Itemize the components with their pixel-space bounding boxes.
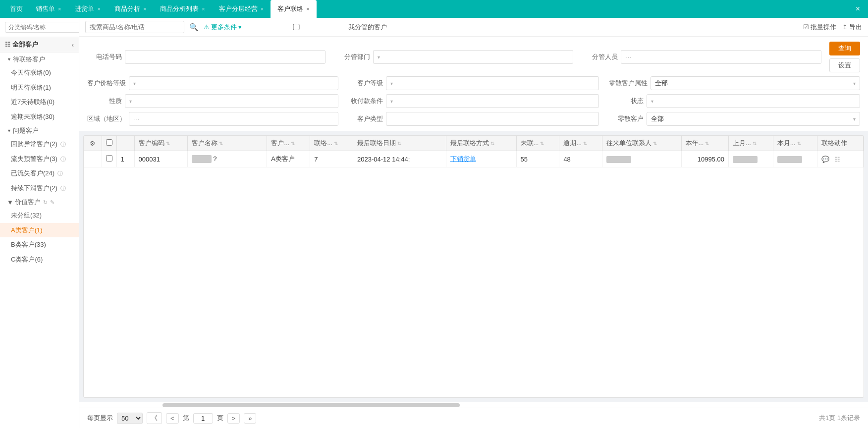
col-gear: ⚙ <box>84 136 102 151</box>
sort-this-month-icon[interactable]: ⇅ <box>797 141 801 146</box>
row-last-way[interactable]: 下销货单 <box>446 151 516 167</box>
query-button[interactable]: 查询 <box>829 42 860 55</box>
close-purchase-tab[interactable]: × <box>97 6 100 12</box>
prev-page-btn[interactable]: < <box>166 413 179 424</box>
tab-home[interactable]: 首页 <box>4 0 29 18</box>
search-input[interactable] <box>85 21 184 33</box>
phone-input[interactable] <box>125 50 326 64</box>
row-last-month <box>729 151 773 167</box>
manager-input[interactable]: ··· <box>621 50 821 64</box>
sidebar-all-customers[interactable]: ☷ 全部客户 ‹ <box>0 37 79 53</box>
tab-product[interactable]: 商品分析 × <box>108 0 153 18</box>
sidebar-item-repeat[interactable]: 持续下滑客户(2) ⓘ <box>0 181 79 196</box>
last-page-btn[interactable]: » <box>244 413 256 424</box>
settings-button[interactable]: 设置 <box>829 58 860 72</box>
sort-last-month-icon[interactable]: ⇅ <box>753 141 757 146</box>
sidebar-item-repurchase[interactable]: 回购异常客户(2) ⓘ <box>0 137 79 152</box>
manager-field: 分管人员 ··· <box>583 50 821 64</box>
more-filters-btn[interactable]: ⚠ 更多条件 ▾ <box>204 23 242 32</box>
sidebar-item-lostpre[interactable]: 流失预警客户(3) ⓘ <box>0 152 79 166</box>
sidebar-item-today[interactable]: 今天待联络(0) <box>0 65 79 80</box>
sidebar-group-problem[interactable]: ▼ 问题客户 <box>0 124 79 137</box>
close-customer-seg-tab[interactable]: × <box>261 6 264 12</box>
top-nav: 首页 销售单 × 进货单 × 商品分析 × 商品分析列表 × 客户分层经营 × … <box>0 0 868 18</box>
triangle-down-icon-2: ▼ <box>7 128 11 133</box>
col-checkbox <box>102 136 116 151</box>
sort-last-way-icon[interactable]: ⇅ <box>490 141 494 146</box>
status-select[interactable]: ▾ <box>647 94 860 108</box>
row-action: 💬 ☷ <box>817 151 864 167</box>
search-icon[interactable]: 🔍 <box>189 23 199 32</box>
close-all-tabs[interactable]: × <box>852 4 864 13</box>
customer-grade-select[interactable]: ▾ <box>386 76 599 90</box>
sort-not-contact-icon[interactable]: ⇅ <box>540 141 544 146</box>
nature-field: 性质 ▾ <box>87 94 338 108</box>
first-page-btn[interactable]: 《 <box>147 412 162 424</box>
row-overdue: 48 <box>559 151 602 167</box>
close-product-list-tab[interactable]: × <box>202 6 205 12</box>
sidebar-item-unclassified[interactable]: 未分组(32) <box>0 208 79 223</box>
export-button[interactable]: ↥ 导出 <box>842 23 862 32</box>
customer-type-input[interactable] <box>386 112 599 126</box>
refresh-icon[interactable]: ↻ <box>43 199 48 206</box>
row-select-checkbox[interactable] <box>106 155 112 161</box>
gear-icon[interactable]: ⚙ <box>90 140 96 147</box>
tab-sales[interactable]: 销售单 × <box>29 0 68 18</box>
my-customer-filter[interactable]: 我分管的客户 <box>247 23 387 32</box>
sidebar-item-class-a[interactable]: A类客户(1) <box>0 223 79 238</box>
sort-this-year-icon[interactable]: ⇅ <box>705 141 709 146</box>
close-customer-contact-tab[interactable]: × <box>306 6 309 12</box>
tab-purchase[interactable]: 进货单 × <box>68 0 107 18</box>
sidebar-item-overdue[interactable]: 逾期未联络(30) <box>0 109 79 124</box>
payment-select[interactable]: ▾ <box>386 94 599 108</box>
sort-code-icon[interactable]: ⇅ <box>166 141 170 146</box>
sort-type-icon[interactable]: ⇅ <box>291 141 295 146</box>
edit-icon[interactable]: ✎ <box>50 199 54 206</box>
row-checkbox[interactable] <box>102 151 116 167</box>
scatter-attr-select[interactable]: 全部 ▾ <box>651 76 860 90</box>
price-grade-select[interactable]: ▾ <box>129 76 338 90</box>
sort-overdue-icon[interactable]: ⇅ <box>583 141 587 146</box>
close-sales-tab[interactable]: × <box>58 6 61 12</box>
select-all-checkbox[interactable] <box>106 139 112 146</box>
tab-customer-contact[interactable]: 客户联络 × <box>271 0 316 18</box>
page-input[interactable] <box>193 413 213 424</box>
col-last-date: 最后联络日期 ⇅ <box>353 136 446 151</box>
dept-select[interactable]: ▾ <box>373 50 574 64</box>
batch-op-button[interactable]: ☑ 批量操作 <box>803 23 836 32</box>
phone-field: 电话号码 <box>87 50 326 64</box>
sidebar-search-area: 🔍 <box>0 18 79 37</box>
page-size-select[interactable]: 50 100 200 <box>117 413 143 424</box>
sidebar-group-pending[interactable]: ▼ 待联络客户 <box>0 53 79 65</box>
close-product-tab[interactable]: × <box>143 6 146 12</box>
sidebar-item-lost[interactable]: 已流失客户(24) ⓘ <box>0 166 79 181</box>
action-icon-2[interactable]: ☷ <box>834 156 840 163</box>
sort-last-date-icon[interactable]: ⇅ <box>397 141 401 146</box>
triangle-down-icon: ▼ <box>7 57 11 62</box>
sidebar-group-value[interactable]: ▼ 价值客户 ↻ ✎ <box>0 195 79 208</box>
sidebar-collapse-btn[interactable]: ‹ <box>72 41 74 49</box>
next-page-btn[interactable]: > <box>227 413 240 424</box>
data-table-container: ⚙ 客户编码 ⇅ <box>83 135 864 398</box>
table-row: 1 000031 ? A类客户 7 2023-04-12 14:44: 下销货单… <box>84 151 864 167</box>
tab-customer-seg[interactable]: 客户分层经营 × <box>212 0 271 18</box>
scatter-select[interactable]: 全部 ▾ <box>647 112 860 126</box>
sidebar-item-tomorrow[interactable]: 明天待联络(1) <box>0 80 79 95</box>
sort-contact-icon[interactable]: ⇅ <box>334 141 338 146</box>
info-icon-lost: ⓘ <box>57 170 63 176</box>
region-input[interactable]: ··· <box>129 112 338 126</box>
sidebar: 🔍 ☷ 全部客户 ‹ ▼ 待联络客户 今天待联络(0) 明天待联络(1) 近7天… <box>0 18 79 428</box>
col-seq <box>116 136 134 151</box>
row-contact: 7 <box>310 151 353 167</box>
tab-product-list[interactable]: 商品分析列表 × <box>153 0 212 18</box>
nature-select[interactable]: ▾ <box>125 94 338 108</box>
sort-unit-contact-icon[interactable]: ⇅ <box>653 141 657 146</box>
horizontal-scrollbar[interactable] <box>163 403 460 407</box>
sidebar-item-near7[interactable]: 近7天待联络(0) <box>0 95 79 109</box>
sort-name-icon[interactable]: ⇅ <box>219 141 223 146</box>
action-icon-1[interactable]: 💬 <box>821 156 829 163</box>
my-customer-checkbox[interactable] <box>247 24 346 30</box>
sidebar-item-class-b[interactable]: B类客户(33) <box>0 237 79 252</box>
sidebar-search-input[interactable] <box>5 22 79 33</box>
sidebar-item-class-c[interactable]: C类客户(6) <box>0 252 79 267</box>
